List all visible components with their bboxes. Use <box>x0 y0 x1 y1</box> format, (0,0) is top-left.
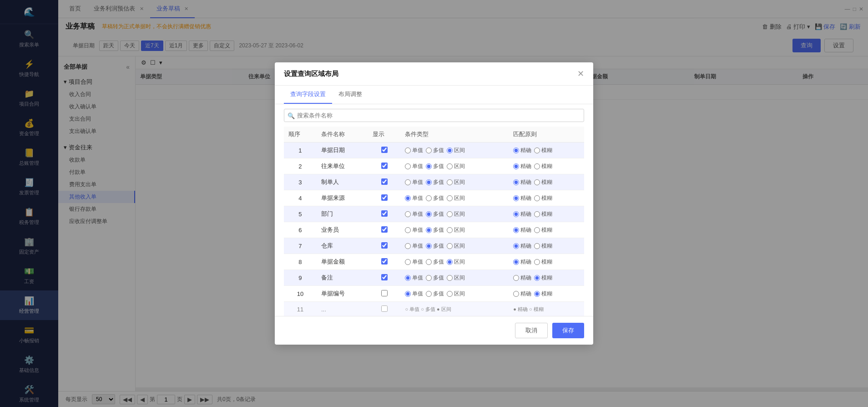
radio-cond-type[interactable] <box>426 148 432 153</box>
radio-cond-type[interactable] <box>447 227 453 233</box>
radio-item[interactable]: 精确 <box>513 147 531 154</box>
radio-match[interactable] <box>513 275 519 281</box>
show-checkbox-partial[interactable] <box>381 305 388 312</box>
radio-cond-type[interactable] <box>426 227 432 233</box>
radio-item[interactable]: 模糊 <box>534 178 552 186</box>
radio-match[interactable] <box>534 163 540 169</box>
radio-item[interactable]: 精确 <box>513 194 531 202</box>
radio-item[interactable]: 模糊 <box>534 194 552 202</box>
radio-item[interactable]: 精确 <box>513 210 531 218</box>
dialog-close-button[interactable]: ✕ <box>577 69 584 79</box>
radio-item[interactable]: 单值 <box>405 274 423 282</box>
radio-item[interactable]: 模糊 <box>534 258 552 266</box>
radio-item[interactable]: 单值 <box>405 258 423 266</box>
radio-item[interactable]: 区间 <box>447 258 465 266</box>
radio-item[interactable]: 区间 <box>447 242 465 250</box>
radio-item[interactable]: 精确 <box>513 242 531 250</box>
radio-item[interactable]: 单值 <box>405 290 423 298</box>
radio-match[interactable] <box>534 291 540 297</box>
radio-cond-type[interactable] <box>447 179 453 185</box>
show-checkbox[interactable] <box>381 258 388 265</box>
radio-item[interactable]: 单值 <box>405 226 423 234</box>
radio-match[interactable] <box>534 195 540 201</box>
radio-item[interactable]: 区间 <box>447 210 465 218</box>
dialog-tab-layout-adjust[interactable]: 布局调整 <box>332 86 368 104</box>
radio-match[interactable] <box>534 211 540 217</box>
radio-item[interactable]: 区间 <box>447 163 465 170</box>
radio-item[interactable]: 区间 <box>447 274 465 282</box>
radio-match[interactable] <box>534 179 540 185</box>
radio-item[interactable]: 模糊 <box>534 290 552 298</box>
radio-match[interactable] <box>513 259 519 265</box>
show-checkbox[interactable] <box>381 194 388 201</box>
radio-match[interactable] <box>513 291 519 297</box>
radio-item[interactable]: 模糊 <box>534 274 552 282</box>
radio-cond-type[interactable] <box>426 243 432 249</box>
radio-item[interactable]: 区间 <box>447 147 465 154</box>
cancel-button[interactable]: 取消 <box>515 323 548 338</box>
radio-item[interactable]: 多值 <box>426 258 444 266</box>
radio-cond-type[interactable] <box>426 291 432 297</box>
radio-item[interactable]: 多值 <box>426 147 444 154</box>
radio-cond-type[interactable] <box>405 291 411 297</box>
radio-match[interactable] <box>513 163 519 169</box>
radio-match[interactable] <box>513 227 519 233</box>
radio-cond-type[interactable] <box>447 211 453 217</box>
radio-item[interactable]: 精确 <box>513 226 531 234</box>
radio-cond-type[interactable] <box>447 195 453 201</box>
radio-match[interactable] <box>513 195 519 201</box>
radio-item[interactable]: 精确 <box>513 178 531 186</box>
radio-item[interactable]: 模糊 <box>534 226 552 234</box>
show-checkbox[interactable] <box>381 242 388 249</box>
radio-cond-type[interactable] <box>447 259 453 265</box>
dialog-search-input[interactable] <box>284 109 584 122</box>
radio-cond-type[interactable] <box>405 148 411 153</box>
radio-match[interactable] <box>513 243 519 249</box>
radio-match[interactable] <box>534 275 540 281</box>
radio-item[interactable]: 精确 <box>513 290 531 298</box>
radio-item[interactable]: 精确 <box>513 274 531 282</box>
radio-cond-type[interactable] <box>447 291 453 297</box>
radio-item[interactable]: 单值 <box>405 178 423 186</box>
radio-item[interactable]: 模糊 <box>534 147 552 154</box>
show-checkbox[interactable] <box>381 226 388 233</box>
radio-cond-type[interactable] <box>405 243 411 249</box>
radio-item[interactable]: 单值 <box>405 147 423 154</box>
show-checkbox[interactable] <box>381 274 388 280</box>
radio-item[interactable]: 模糊 <box>534 163 552 170</box>
radio-cond-type[interactable] <box>447 163 453 169</box>
radio-item[interactable]: 多值 <box>426 210 444 218</box>
radio-match[interactable] <box>513 148 519 153</box>
radio-cond-type[interactable] <box>447 275 453 281</box>
radio-cond-type[interactable] <box>426 195 432 201</box>
radio-cond-type[interactable] <box>426 163 432 169</box>
radio-cond-type[interactable] <box>405 211 411 217</box>
radio-item[interactable]: 区间 <box>447 194 465 202</box>
save-button[interactable]: 保存 <box>552 323 584 338</box>
radio-match[interactable] <box>534 259 540 265</box>
radio-cond-type[interactable] <box>426 211 432 217</box>
radio-match[interactable] <box>534 148 540 153</box>
radio-item[interactable]: 模糊 <box>534 242 552 250</box>
radio-item[interactable]: 单值 <box>405 242 423 250</box>
radio-item[interactable]: 单值 <box>405 163 423 170</box>
radio-cond-type[interactable] <box>405 195 411 201</box>
radio-item[interactable]: 精确 <box>513 163 531 170</box>
radio-cond-type[interactable] <box>405 163 411 169</box>
radio-item[interactable]: 多值 <box>426 226 444 234</box>
radio-item[interactable]: 单值 <box>405 210 423 218</box>
show-checkbox[interactable] <box>381 163 388 169</box>
radio-cond-type[interactable] <box>426 259 432 265</box>
show-checkbox[interactable] <box>381 290 388 296</box>
radio-item[interactable]: 区间 <box>447 290 465 298</box>
radio-match[interactable] <box>534 227 540 233</box>
radio-item[interactable]: 精确 <box>513 258 531 266</box>
radio-match[interactable] <box>513 179 519 185</box>
radio-item[interactable]: 多值 <box>426 242 444 250</box>
radio-item[interactable]: 多值 <box>426 178 444 186</box>
show-checkbox[interactable] <box>381 210 388 217</box>
radio-cond-type[interactable] <box>426 275 432 281</box>
dialog-tab-field-settings[interactable]: 查询字段设置 <box>284 86 332 104</box>
radio-cond-type[interactable] <box>405 227 411 233</box>
show-checkbox[interactable] <box>381 147 388 153</box>
